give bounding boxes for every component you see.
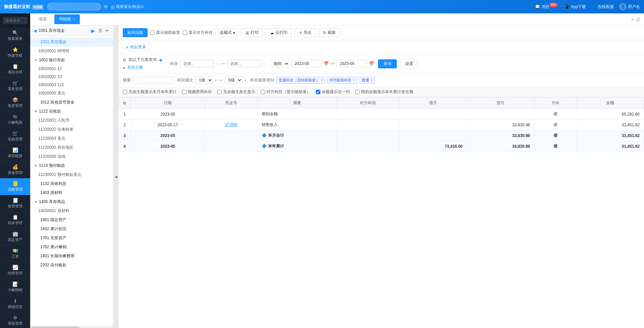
account-tree-scroll[interactable]: 1001 库存现金10010001 呵呵呵▼ 1002 银行存款10020001… <box>30 36 113 326</box>
voucher-link[interactable]: 记-006 <box>225 122 237 127</box>
sidebar-item-tax[interactable]: 📋税务管理 <box>0 212 30 228</box>
sidebar-item-purchase[interactable]: 🛒采购管理 <box>0 128 30 145</box>
show-auxiliary-checkbox[interactable]: 显示辅助核算 <box>150 30 180 36</box>
system-scheme-option[interactable]: ● 系统方案 <box>123 65 162 70</box>
sidebar-search-input[interactable] <box>3 17 28 24</box>
tree-item-2202[interactable]: 2202 应付账款 <box>30 261 113 270</box>
sidebar-item-salary[interactable]: 💵工资 <box>0 245 30 262</box>
top-search-input[interactable] <box>47 3 101 10</box>
setting-detail-btn[interactable]: 设置 <box>401 59 418 69</box>
scheme-collapse-icon[interactable]: ◀ <box>159 58 162 62</box>
expand-more-btn[interactable]: ∧ 收起更多 <box>123 43 149 51</box>
tree-item-1602[interactable]: 1602 累计折旧 <box>30 224 113 234</box>
tree-edit-icon[interactable]: ✏ <box>105 27 110 34</box>
row-settings-3[interactable]: 4 <box>119 141 131 152</box>
tree-item-1403[interactable]: 1403 原材料 <box>30 188 113 197</box>
tree-item-11220002[interactable]: 11220002 往来标签 <box>30 125 113 134</box>
tree-item-10020002[interactable]: 10020002 23 <box>30 73 113 81</box>
tree-item-1123[interactable]: ▼ 1123 预付账款 <box>30 161 113 170</box>
sidebar-item-shortcut[interactable]: ⭐快捷导航 <box>0 44 30 61</box>
sidebar-item-project[interactable]: 📋项目合同 <box>0 61 30 78</box>
calc-tag-2-close[interactable]: × <box>353 78 355 82</box>
message-btn[interactable]: 💬 消息 99+ <box>535 4 559 10</box>
row-settings-1[interactable]: 2 <box>119 120 131 130</box>
sidebar-item-invoice[interactable]: 🧾发票管理 <box>0 195 30 212</box>
calendar-start-icon[interactable]: 📅 <box>324 61 329 66</box>
calendar-end-icon[interactable]: 📅 <box>369 61 374 66</box>
table-area[interactable]: ⚙ 日期 凭证号 摘要 对方科目 借方 贷方 方向 余额 <box>119 97 644 328</box>
counter-subject-checkbox[interactable]: 对方科目（显示辅助项） <box>261 89 311 95</box>
sidebar-item-search[interactable]: 🔍搜索菜单 <box>0 27 30 44</box>
back-old-btn[interactable]: 返回旧版 <box>123 28 148 37</box>
tree-item-1122[interactable]: ▼ 1122 应收款 <box>30 107 113 116</box>
th-settings[interactable]: ⚙ <box>119 97 131 109</box>
sidebar-item-retail[interactable]: 🛒零售管理 <box>0 78 30 94</box>
tree-item-1601[interactable]: 1601 固定资产 <box>30 215 113 224</box>
calc-tag-3-close[interactable]: × <box>371 78 373 82</box>
sidebar-item-accounting[interactable]: 📒总账管理 <box>0 178 30 195</box>
amount-format-btn[interactable]: 金额式 ▾ <box>215 28 238 37</box>
tree-item-10020001[interactable]: 10020001 12 <box>30 65 113 73</box>
tree-item-1702[interactable]: 1702 累计摊销 <box>30 243 113 252</box>
tree-item-10010001[interactable]: 10010001 呵呵呵 <box>30 47 113 56</box>
initial-balance-checkbox[interactable]: 期初余额显示本年累计发生额 <box>355 89 413 95</box>
tree-item-1405[interactable]: ▼ 1405 库存商品 <box>30 197 113 206</box>
tree-item-10020003[interactable]: 10020003 122 <box>30 81 113 89</box>
tree-item-1132[interactable]: 1132 应收利息 <box>30 179 113 188</box>
sidebar-item-fixed[interactable]: 🏢固定资产 <box>0 228 30 245</box>
balance-one-column-checkbox[interactable]: 余额显示在一列 <box>316 89 350 95</box>
tab-close-icon[interactable]: × <box>631 17 634 22</box>
tree-item-1701[interactable]: 1701 无形资产 <box>30 234 113 243</box>
period-mode-select[interactable]: 期间 <box>270 60 289 68</box>
sidebar-item-finance[interactable]: 💰资金管理 <box>0 161 30 178</box>
tree-item-11220006[interactable]: 11220006 游戏 <box>30 152 113 161</box>
subject-end-dots[interactable]: ··· <box>263 61 266 66</box>
summary-input[interactable] <box>133 76 173 84</box>
demo-link[interactable]: ◎ 我要看实例演示 <box>111 4 144 10</box>
tree-item-11220001[interactable]: 11220001 人民币 <box>30 116 113 125</box>
level-end-select[interactable]: 6级 <box>225 76 243 84</box>
show-counter-subject-checkbox[interactable]: 显示对方科目 <box>183 30 213 36</box>
tree-item-1012[interactable]: 1012 其他货币资金 <box>30 98 113 107</box>
no-balance-show-checkbox[interactable]: 无发生额显示本月本年累计 <box>123 89 177 95</box>
level-start-select[interactable]: 1级 <box>195 76 213 84</box>
export-btn[interactable]: ↗ 导出 <box>294 28 316 37</box>
tree-item-11220004[interactable]: 11220004 美元 <box>30 134 113 143</box>
no-balance-zero-checkbox[interactable]: 无余额无发生显示 <box>217 89 255 95</box>
tab-expand-icon[interactable]: ⊡ <box>636 17 640 22</box>
calc-tag-1-close[interactable]: × <box>321 78 323 82</box>
settings-icon[interactable]: ⚙ <box>104 4 108 9</box>
subject-start-input[interactable] <box>180 60 214 67</box>
sidebar-item-basic[interactable]: ℹ基础信息 <box>0 296 30 312</box>
period-start-input[interactable] <box>291 60 322 67</box>
refresh-btn[interactable]: ↻ 刷新 <box>319 28 340 37</box>
sidebar-item-report[interactable]: 📝小畅报销 <box>0 279 30 296</box>
sidebar-item-operation[interactable]: 📈经营管理 <box>0 262 30 279</box>
tree-item-1801[interactable]: 1801 长期待摊费用 <box>30 252 113 261</box>
online-service-btn[interactable]: 👤 在线客服 <box>591 4 614 10</box>
tree-item-11220005[interactable]: 11220005 所在地区 <box>30 143 113 152</box>
tab-detail-close[interactable]: × <box>73 17 75 21</box>
tree-item-14050001[interactable]: 14050001 原材料 <box>30 206 113 215</box>
sidebar-item-system[interactable]: ⚙系统管理 <box>0 312 30 328</box>
tab-home[interactable]: 首页 <box>34 14 52 24</box>
sidebar-item-inventory[interactable]: 📊库存核算 <box>0 145 30 161</box>
tree-item-1002[interactable]: ▼ 1002 银行存款 <box>30 56 113 65</box>
tab-detail[interactable]: 明细账 × <box>54 14 80 24</box>
app-download-btn[interactable]: 📱 App下载 <box>565 4 586 10</box>
tree-item-1001[interactable]: 1001 库存现金 <box>30 38 113 47</box>
period-end-input[interactable] <box>337 60 367 67</box>
print-btn[interactable]: 🖨 打印 <box>241 28 263 37</box>
tree-list-icon[interactable]: ☰ <box>98 27 103 34</box>
nav-left-icon[interactable]: ◀ <box>34 28 37 33</box>
row-settings-0[interactable]: 1 <box>119 109 131 120</box>
user-avatar[interactable]: 👤 用户名 <box>619 3 640 10</box>
row-settings-2[interactable]: 3 <box>119 130 131 141</box>
query-btn[interactable]: 查询 <box>378 59 397 68</box>
tree-item-10020006[interactable]: 10020006 美元 <box>30 89 113 98</box>
side-collapse-btn[interactable]: ◀ <box>113 25 119 328</box>
subject-dots[interactable]: ··· <box>216 61 219 66</box>
subject-end-input[interactable] <box>227 60 261 67</box>
sidebar-item-ecommerce[interactable]: 🛍小畅电商 <box>0 111 30 128</box>
hide-used-checkbox[interactable]: 隐藏禁用科目 <box>182 89 212 95</box>
